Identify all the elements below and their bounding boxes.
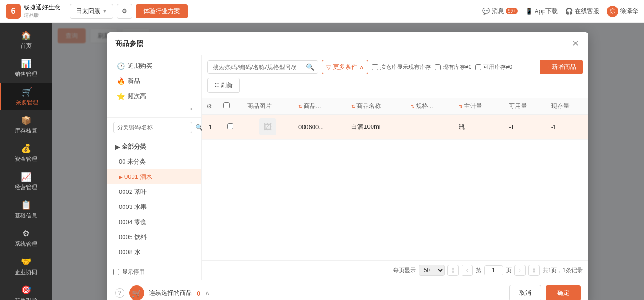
nonzero-stock-checkbox[interactable] bbox=[435, 64, 441, 70]
sidebar-item-sales[interactable]: 📊 销售管理 bbox=[0, 55, 52, 82]
modal-overlay: 商品参照 ✕ 🕐 近期购买 🔥 bbox=[52, 23, 644, 300]
page-first-button[interactable]: ⟪ bbox=[447, 265, 459, 276]
purchase-icon: 🛒 bbox=[22, 87, 32, 97]
page-size-select[interactable]: 50 100 200 bbox=[419, 265, 445, 276]
product-search-input[interactable] bbox=[208, 61, 302, 73]
page-next-button[interactable]: › bbox=[514, 265, 526, 276]
top-nav: 6 畅捷通好生意 精品版 日太阳膜 ▼ ⚙ 体验行业方案 💬 消息 99+ 📱 … bbox=[0, 0, 644, 23]
nav-dropdown[interactable]: 日太阳膜 ▼ bbox=[70, 4, 113, 19]
sidebar: 🏠 首页 📊 销售管理 🛒 采购管理 📦 库存核算 💰 资金管理 📈 经营管理 … bbox=[0, 23, 52, 300]
category-item-0001[interactable]: ▶ 0001 酒水 bbox=[107, 169, 201, 184]
col-name-header[interactable]: ⇅ 商品名称 bbox=[347, 98, 406, 115]
sidebar-item-enterprise[interactable]: 🤝 企业协同 bbox=[0, 253, 52, 280]
display-disabled-checkbox[interactable] bbox=[113, 269, 119, 275]
clock-icon: 🕐 bbox=[117, 62, 125, 70]
category-item-0004[interactable]: 0004 零食 bbox=[107, 215, 201, 230]
col-spec-header[interactable]: ⇅ 规格... bbox=[406, 98, 454, 115]
sort-icon: ⇅ bbox=[351, 104, 355, 109]
pagination-bar: 每页显示 50 100 200 ⟪ ‹ 第 页 › bbox=[202, 260, 588, 280]
message-icon: 💬 bbox=[482, 8, 490, 15]
add-product-button[interactable]: + 新增商品 bbox=[540, 60, 583, 74]
category-item-00[interactable]: 00 未分类 bbox=[107, 154, 201, 169]
quick-access: 🕐 近期购买 🔥 新品 ⭐ 频次高 « bbox=[107, 55, 201, 118]
category-search-input[interactable] bbox=[113, 122, 192, 133]
avatar-icon: 徐 bbox=[607, 6, 618, 17]
sidebar-item-purchase[interactable]: 🛒 采购管理 bbox=[0, 83, 52, 110]
trial-button[interactable]: 体验行业方案 bbox=[136, 4, 188, 18]
quick-new-products[interactable]: 🔥 新品 bbox=[113, 74, 196, 88]
available-stock-checkbox[interactable] bbox=[475, 64, 481, 70]
category-item-0002[interactable]: 0002 茶叶 bbox=[107, 184, 201, 200]
sidebar-item-home[interactable]: 🏠 首页 bbox=[0, 26, 52, 54]
online-service-button[interactable]: 🎧 在线客服 bbox=[565, 7, 599, 16]
col-unit-header[interactable]: ⇅ 主计量 bbox=[454, 98, 504, 115]
headset-icon: 🎧 bbox=[565, 8, 573, 15]
sidebar-item-guide[interactable]: 🎯 新手引导 bbox=[0, 281, 52, 300]
filter-more-button[interactable]: ▽ 更多条件 ∧ bbox=[322, 60, 368, 74]
page-prev-button[interactable]: ‹ bbox=[462, 265, 473, 276]
page-total-info: 共1页，1条记录 bbox=[543, 267, 583, 275]
page-last-button[interactable]: ⟫ bbox=[528, 265, 540, 276]
sidebar-item-system[interactable]: ⚙ 系统管理 bbox=[0, 225, 52, 252]
user-avatar[interactable]: 徐 徐泽华 bbox=[607, 6, 638, 17]
inventory-icon: 📦 bbox=[21, 115, 31, 125]
page-input[interactable] bbox=[484, 265, 503, 275]
category-item-0008[interactable]: 0008 水 bbox=[107, 245, 201, 260]
sidebar-item-finance[interactable]: 💰 资金管理 bbox=[0, 140, 52, 167]
system-icon: ⚙ bbox=[22, 228, 30, 239]
cancel-button[interactable]: 取消 bbox=[509, 285, 541, 300]
category-item-0003[interactable]: 0003 水果 bbox=[107, 200, 201, 215]
page-label: 第 bbox=[476, 267, 481, 275]
category-item-0005[interactable]: 0005 饮料 bbox=[107, 230, 201, 245]
home-icon: 🏠 bbox=[21, 30, 31, 41]
sidebar-item-base-info[interactable]: 📋 基础信息 bbox=[0, 196, 52, 224]
chevron-up-icon[interactable]: ∧ bbox=[205, 289, 210, 297]
col-settings: ⚙ bbox=[202, 98, 219, 115]
app-download-button[interactable]: 📱 App下载 bbox=[525, 7, 558, 16]
cart-icon: 🛒 bbox=[129, 285, 144, 300]
col-stock-header[interactable]: 现存量 bbox=[546, 98, 588, 115]
filter-check-warehouse[interactable]: 按仓库显示现有库存 bbox=[372, 63, 431, 71]
product-search-button[interactable]: 🔍 bbox=[302, 61, 318, 73]
product-search-box: 🔍 bbox=[207, 60, 318, 74]
expand-all-icon: ▶ bbox=[115, 143, 120, 150]
modal-header: 商品参照 ✕ bbox=[107, 32, 588, 55]
sort-icon: ⇅ bbox=[459, 104, 462, 109]
sidebar-item-inventory[interactable]: 📦 库存核算 bbox=[0, 111, 52, 139]
row-spec bbox=[406, 115, 454, 140]
display-disabled: 显示停用 bbox=[107, 264, 201, 280]
category-all[interactable]: ▶ 全部分类 bbox=[107, 139, 201, 154]
warehouse-stock-checkbox[interactable] bbox=[372, 64, 378, 70]
collapse-button[interactable]: « bbox=[186, 104, 196, 114]
select-all-checkbox[interactable] bbox=[223, 102, 230, 108]
row-num: 1 bbox=[202, 115, 219, 140]
col-available-header[interactable]: 可用量 bbox=[504, 98, 546, 115]
filter-check-available[interactable]: 可用库存≠0 bbox=[475, 63, 512, 71]
help-button[interactable]: ? bbox=[115, 288, 124, 298]
product-table-container: ⚙ 商品图片 bbox=[202, 98, 588, 260]
col-code-header[interactable]: ⇅ 商品... bbox=[294, 98, 347, 115]
quick-recent-purchase[interactable]: 🕐 近期购买 bbox=[113, 59, 196, 73]
sidebar-item-operations[interactable]: 📈 经营管理 bbox=[0, 168, 52, 195]
shopping-cart-icon: 🛒 bbox=[132, 289, 141, 298]
settings-icon[interactable]: ⚙ bbox=[117, 4, 132, 19]
chevron-up-icon: ∧ bbox=[359, 64, 364, 71]
row-image-cell: 🖼 bbox=[242, 115, 294, 140]
row-stock: -1 bbox=[546, 115, 588, 140]
product-reference-modal: 商品参照 ✕ 🕐 近期购买 🔥 bbox=[107, 32, 588, 300]
modal-close-button[interactable]: ✕ bbox=[570, 38, 581, 49]
base-info-icon: 📋 bbox=[21, 200, 31, 210]
category-search: 🔍 bbox=[107, 118, 201, 137]
row-checkbox[interactable] bbox=[227, 123, 233, 129]
category-item-0010[interactable]: 0010 家电 bbox=[107, 260, 201, 264]
message-button[interactable]: 💬 消息 99+ bbox=[482, 7, 518, 16]
row-available: -1 bbox=[504, 115, 546, 140]
modal-body: 🕐 近期购买 🔥 新品 ⭐ 频次高 « bbox=[107, 55, 588, 280]
filter-check-nonzero[interactable]: 现有库存≠0 bbox=[435, 63, 471, 71]
table-row[interactable]: 1 🖼 000600... 白酒100ml bbox=[202, 115, 588, 140]
col-img-header: 商品图片 bbox=[242, 98, 294, 115]
quick-high-frequency[interactable]: ⭐ 频次高 bbox=[113, 89, 196, 103]
row-name: 白酒100ml bbox=[347, 115, 406, 140]
refresh-button[interactable]: C 刷新 bbox=[207, 78, 240, 93]
confirm-button[interactable]: 确定 bbox=[546, 285, 581, 300]
